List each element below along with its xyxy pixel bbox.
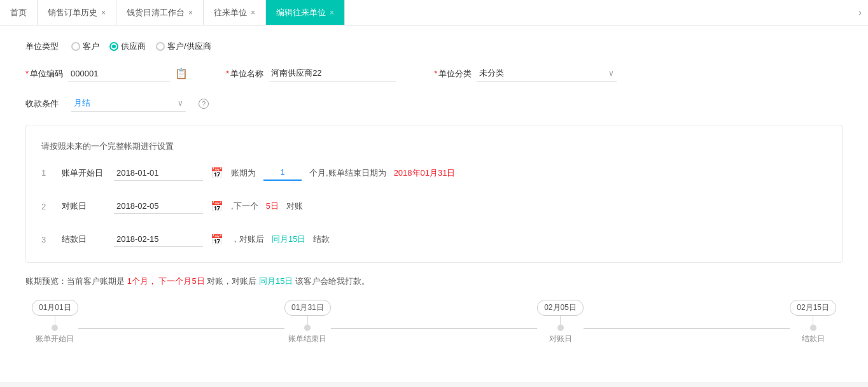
- payment-help-icon[interactable]: ?: [199, 99, 209, 109]
- unit-name-input[interactable]: [269, 66, 396, 81]
- timeline-node-4: 02月15日 结款日: [790, 300, 836, 344]
- period-row-1-end-date: 2018年01月31日: [394, 167, 456, 179]
- unit-category-star: *: [434, 69, 437, 78]
- radio-supplier-circle: [109, 42, 118, 51]
- timeline-date-1: 01月01日: [32, 300, 78, 316]
- tab-edit-unit[interactable]: 编辑往来单位 ×: [266, 0, 345, 25]
- tab-daily-work[interactable]: 钱货日清工作台 ×: [116, 0, 204, 25]
- timeline-date-2: 01月31日: [284, 300, 331, 316]
- unit-category-arrow-icon: ∨: [608, 69, 614, 78]
- timeline-connector-2: [307, 316, 308, 325]
- tab-sales-history-close[interactable]: ×: [101, 8, 106, 17]
- period-row-1-calendar-icon[interactable]: 📅: [211, 167, 223, 179]
- payment-dropdown-arrow-icon: ∨: [178, 99, 183, 108]
- tab-daily-work-close[interactable]: ×: [188, 8, 193, 17]
- period-row-1-label: 账单开始日: [62, 167, 106, 179]
- preview-part2: 下一个月5日: [158, 276, 204, 286]
- period-row-1-desc-prefix: 账期为: [231, 167, 256, 179]
- unit-code-label: *单位编码: [25, 68, 63, 80]
- period-months-input[interactable]: [263, 165, 302, 181]
- timeline-connector-4: [813, 316, 813, 325]
- period-row-1-desc-suffix: 个月,账单结束日期为: [309, 167, 386, 179]
- period-row-2-label: 对账日: [62, 201, 106, 212]
- radio-customer-label: 客户: [83, 41, 99, 52]
- timeline-label-4: 结款日: [802, 334, 825, 344]
- timeline-node-2: 01月31日 账单结束日: [284, 300, 331, 344]
- timeline-label-3: 对账日: [549, 334, 572, 344]
- period-row-3-desc-suffix: 结款: [313, 234, 330, 245]
- unit-code-copy-icon[interactable]: 📋: [175, 67, 188, 80]
- unit-name-label: *单位名称: [226, 68, 263, 80]
- timeline-dot-4: [810, 325, 816, 331]
- timeline-container: 01月01日 账单开始日 01月31日 账单结束日 02月05日 对账日: [25, 300, 843, 344]
- radio-customer-supplier[interactable]: 客户/供应商: [156, 41, 211, 52]
- timeline-connector-3: [560, 316, 561, 325]
- preview-part1: 1个月，: [127, 276, 157, 286]
- period-row-2-num: 2: [41, 202, 54, 211]
- radio-supplier[interactable]: 供应商: [109, 41, 146, 52]
- tab-daily-work-label: 钱货日清工作台: [127, 7, 185, 18]
- radio-supplier-label: 供应商: [121, 41, 146, 52]
- period-row-1-date-input[interactable]: [114, 165, 203, 181]
- period-box: 请按照未来的一个完整帐期进行设置 1 账单开始日 📅 账期为 个月,账单结束日期…: [25, 125, 843, 263]
- period-row-3-date-input[interactable]: [114, 232, 203, 247]
- tab-edit-unit-label: 编辑往来单位: [276, 7, 326, 18]
- radio-group-unit-type: 客户 供应商 客户/供应商: [71, 41, 211, 52]
- timeline-dot-3: [557, 325, 564, 331]
- tab-units-close[interactable]: ×: [251, 8, 255, 17]
- radio-customer-supplier-circle: [156, 42, 165, 51]
- preview-end: 该客户会给我打款。: [295, 276, 370, 286]
- unit-category-dropdown[interactable]: 未分类 ∨: [477, 65, 617, 82]
- timeline-label-1: 账单开始日: [36, 334, 74, 344]
- tab-home[interactable]: 首页: [0, 0, 38, 25]
- period-box-title: 请按照未来的一个完整帐期进行设置: [41, 141, 827, 152]
- timeline-line-1: [78, 328, 284, 329]
- payment-value: 月结: [74, 97, 175, 109]
- unit-category-value: 未分类: [479, 67, 608, 79]
- radio-customer-circle: [71, 42, 80, 51]
- tab-bar: 首页 销售订单历史 × 钱货日清工作台 × 往来单位 × 编辑往来单位 × ›: [0, 0, 868, 25]
- unit-type-row: 单位类型 客户 供应商 客户/供应商: [25, 41, 843, 52]
- tab-bar-more[interactable]: ›: [852, 7, 868, 18]
- period-row-2-calendar-icon[interactable]: 📅: [211, 201, 223, 213]
- unit-info-row: *单位编码 📋 *单位名称 *单位分类 未分类 ∨: [25, 65, 843, 82]
- payment-dropdown[interactable]: 月结 ∨: [71, 95, 186, 112]
- timeline-dot-2: [304, 325, 311, 331]
- preview-text: 账期预览：当前客户账期是 1个月， 下一个月5日 对账，对账后 同月15日 该客…: [25, 276, 843, 287]
- payment-row: 收款条件 月结 ∨ ?: [25, 95, 843, 112]
- period-row-2-desc-prefix: ,下一个: [231, 201, 258, 212]
- timeline-dot-1: [52, 325, 58, 331]
- unit-code-field: *单位编码 📋: [25, 66, 188, 81]
- period-row-2-highlight: 5日: [266, 201, 279, 212]
- preview-mid: 对账，对账后: [207, 276, 256, 286]
- tab-sales-history-label: 销售订单历史: [48, 7, 97, 18]
- period-row-3-label: 结款日: [62, 234, 106, 245]
- timeline-label-2: 账单结束日: [288, 334, 326, 344]
- unit-category-field: *单位分类 未分类 ∨: [434, 65, 617, 82]
- period-row-3-num: 3: [41, 235, 54, 244]
- period-row-1: 1 账单开始日 📅 账期为 个月,账单结束日期为 2018年01月31日: [41, 165, 827, 181]
- preview-part3: 同月15日: [259, 276, 293, 286]
- unit-code-input[interactable]: [68, 66, 170, 81]
- timeline-node-3: 02月05日 对账日: [537, 300, 584, 344]
- payment-label: 收款条件: [25, 98, 59, 109]
- tab-sales-history[interactable]: 销售订单历史 ×: [38, 0, 116, 25]
- tab-units[interactable]: 往来单位 ×: [204, 0, 266, 25]
- timeline-date-4: 02月15日: [790, 300, 836, 316]
- period-row-3-calendar-icon[interactable]: 📅: [211, 234, 223, 246]
- timeline-connector-1: [55, 316, 55, 325]
- timeline-line-3: [584, 328, 790, 329]
- tab-home-label: 首页: [10, 7, 27, 18]
- timeline-line-2: [331, 328, 537, 329]
- timeline-node-1: 01月01日 账单开始日: [32, 300, 78, 344]
- radio-customer[interactable]: 客户: [71, 41, 99, 52]
- period-row-3-highlight: 同月15日: [272, 234, 305, 245]
- main-content: 单位类型 客户 供应商 客户/供应商 *单位编码 📋: [0, 25, 868, 382]
- tab-edit-unit-close[interactable]: ×: [330, 8, 334, 17]
- unit-type-label: 单位类型: [25, 41, 59, 52]
- period-row-2: 2 对账日 📅 ,下一个 5日 对账: [41, 199, 827, 214]
- period-row-2-date-input[interactable]: [114, 199, 203, 214]
- period-row-2-desc-suffix: 对账: [286, 201, 303, 212]
- unit-name-star: *: [226, 69, 229, 78]
- period-row-3-desc-prefix: ，对账后: [231, 234, 264, 245]
